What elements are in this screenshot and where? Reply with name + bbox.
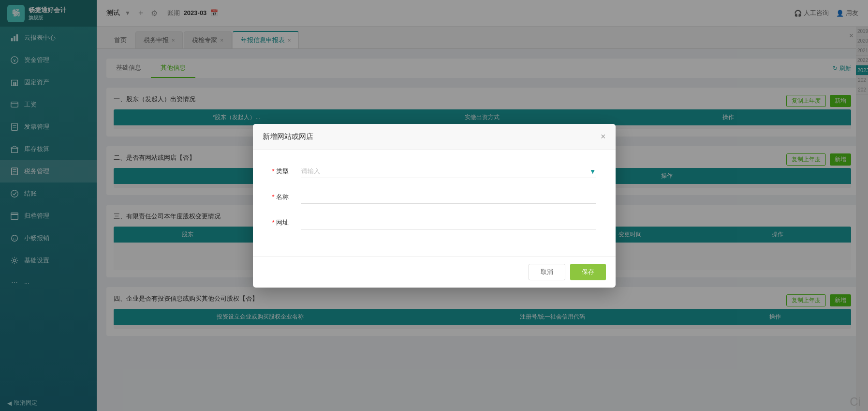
url-label: * 网址 <box>272 218 301 227</box>
type-input-wrap: ▼ <box>301 165 596 178</box>
type-dropdown-icon[interactable]: ▼ <box>589 167 596 175</box>
url-input[interactable] <box>301 216 596 229</box>
save-button[interactable]: 保存 <box>570 264 606 280</box>
name-input-wrap <box>301 190 596 204</box>
modal-header: 新增网站或网店 × <box>253 124 616 150</box>
name-label: * 名称 <box>272 193 301 201</box>
modal-overlay[interactable]: 新增网站或网店 × * 类型 ▼ * 名称 <box>0 0 868 411</box>
form-row-name: * 名称 <box>272 190 596 204</box>
modal-new-website: 新增网站或网店 × * 类型 ▼ * 名称 <box>253 124 616 288</box>
type-input[interactable] <box>301 165 596 178</box>
form-row-type: * 类型 ▼ <box>272 165 596 178</box>
type-label: * 类型 <box>272 167 301 176</box>
cancel-button[interactable]: 取消 <box>529 264 565 280</box>
modal-footer: 取消 保存 <box>253 256 616 288</box>
url-input-wrap <box>301 216 596 229</box>
form-row-url: * 网址 <box>272 216 596 229</box>
modal-title: 新增网站或网店 <box>263 132 313 141</box>
name-input[interactable] <box>301 190 596 204</box>
modal-close-button[interactable]: × <box>601 132 606 142</box>
modal-body: * 类型 ▼ * 名称 * <box>253 150 616 256</box>
